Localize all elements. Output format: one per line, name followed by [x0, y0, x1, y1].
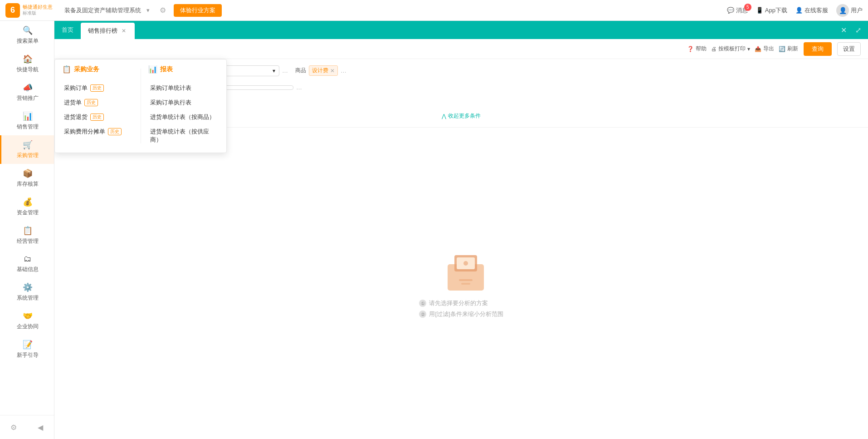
- sidebar-item-sales[interactable]: 📊 销售管理: [0, 107, 54, 135]
- dropdown-item-order-exec[interactable]: 采购订单执行表: [148, 95, 219, 110]
- print-icon: 🖨: [711, 46, 717, 52]
- sidebar-item-label: 库存核算: [17, 180, 39, 188]
- online-service-btn[interactable]: 👤 在线客服: [795, 6, 828, 15]
- sidebar-item-finance[interactable]: 💰 资金管理: [0, 192, 54, 221]
- help-icon: ❓: [687, 46, 694, 52]
- dropdown-item-purchase-order[interactable]: 采购订单 历史: [62, 81, 133, 95]
- dropdown-item-order-stats[interactable]: 采购订单统计表: [148, 81, 219, 95]
- sidebar-item-search[interactable]: 🔍 搜索菜单: [0, 21, 54, 49]
- sys-dropdown-btn[interactable]: ▾: [144, 6, 152, 15]
- export-btn[interactable]: 📤 导出: [755, 45, 774, 53]
- sidebar-item-label: 基础信息: [17, 266, 39, 273]
- logo-sub: 标准版: [23, 10, 53, 16]
- sidebar-item-label: 新手引导: [17, 351, 39, 359]
- marketing-icon: 📣: [23, 83, 33, 93]
- empty-state: ① 请先选择要分析的方案 ② 用[过滤]条件来缩小分析范围: [54, 128, 868, 439]
- item-label: 进货单: [64, 99, 82, 107]
- tab-home[interactable]: 首页: [54, 21, 81, 39]
- system-icon: ⚙️: [23, 282, 33, 292]
- reports-col-icon: 📊: [148, 65, 157, 74]
- app-icon: 📱: [756, 7, 763, 14]
- collapse-icon: ⋀: [442, 113, 446, 119]
- item-badge-0: 历史: [90, 84, 104, 92]
- dropdown-menu: 📋 采购业务 采购订单 历史 进货单 历史 进货退货: [54, 59, 227, 153]
- tab-sales-rank[interactable]: 销售排行榜 ✕: [81, 23, 135, 39]
- sidebar-item-label: 销售管理: [17, 123, 39, 131]
- goods-filter: 商品 设计费 ✕ …: [295, 65, 346, 76]
- export-icon: 📤: [755, 46, 761, 52]
- purchase-icon: 🛒: [23, 140, 33, 150]
- sidebar-item-quick[interactable]: 🏠 快捷导航: [0, 49, 54, 78]
- goods-tag-close[interactable]: ✕: [330, 68, 335, 74]
- collapse-btn[interactable]: ⋀ 收起更多条件: [436, 110, 486, 122]
- item-label: 进货退货: [64, 113, 88, 121]
- refresh-btn[interactable]: 🔄 刷新: [779, 45, 798, 53]
- empty-hint-2: ② 用[过滤]条件来缩小分析范围: [419, 310, 503, 318]
- dropdown-item-expense[interactable]: 采购费用分摊单 历史: [62, 124, 133, 139]
- empty-hints: ① 请先选择要分析的方案 ② 用[过滤]条件来缩小分析范围: [419, 299, 503, 318]
- help-btn[interactable]: ❓ 帮助: [687, 45, 707, 53]
- sidebar-item-marketing[interactable]: 📣 营销推广: [0, 78, 54, 107]
- dropdown-item-receipt[interactable]: 进货单 历史: [62, 95, 133, 110]
- logo-icon: 6: [5, 3, 20, 18]
- item-badge-2: 历史: [90, 113, 104, 121]
- sidebar-item-basic[interactable]: 🗂 基础信息: [0, 250, 54, 278]
- settings-bottom-btn[interactable]: ⚙: [5, 419, 22, 435]
- message-btn[interactable]: 💬 消息 5: [727, 6, 748, 15]
- tab-expand-btn[interactable]: ⤢: [852, 24, 864, 36]
- sidebar-item-inventory[interactable]: 📦 库存核算: [0, 164, 54, 192]
- avatar: 👤: [836, 4, 849, 17]
- hint-dot-1: ①: [419, 300, 426, 307]
- tab-bar: 首页 销售排行榜 ✕ ✕ ⤢: [54, 21, 868, 39]
- sidebar-item-label: 营销推广: [17, 94, 39, 102]
- sidebar-item-enterprise[interactable]: 🤝 企业协同: [0, 306, 54, 335]
- inventory-icon: 📦: [23, 168, 33, 178]
- svg-rect-4: [459, 279, 473, 281]
- page-content: ❓ 帮助 🖨 按模板打印 ▾ 📤 导出 🔄: [54, 39, 868, 439]
- sidebar-item-operations[interactable]: 📋 经营管理: [0, 221, 54, 250]
- operations-icon: 📋: [23, 226, 33, 236]
- sidebar-item-system[interactable]: ⚙️ 系统管理: [0, 278, 54, 306]
- logo-text: 畅捷通好生意: [23, 4, 53, 10]
- tab-close-all-btn[interactable]: ✕: [837, 24, 850, 36]
- dropdown-col-reports-title: 📊 报表: [148, 65, 219, 75]
- dropdown-item-return[interactable]: 进货退货 历史: [62, 110, 133, 124]
- industry-btn[interactable]: 体验行业方案: [174, 4, 222, 17]
- status-chevron: ▾: [273, 68, 275, 74]
- empty-hint-1: ① 请先选择要分析的方案: [419, 299, 503, 307]
- salesman-dots[interactable]: …: [296, 84, 302, 91]
- item-label: 进货单统计表（按供应商）: [150, 128, 218, 144]
- print-btn[interactable]: 🖨 按模板打印 ▾: [711, 45, 750, 53]
- gear-btn[interactable]: ⚙: [156, 4, 169, 17]
- reports-col-title-text: 报表: [160, 65, 173, 74]
- collapse-sidebar-btn[interactable]: ◀: [32, 419, 49, 435]
- sidebar-item-purchase[interactable]: 🛒 采购管理: [0, 135, 54, 164]
- item-label: 进货单统计表（按商品）: [150, 113, 215, 121]
- sidebar-item-guide[interactable]: 📝 新手引导: [0, 335, 54, 364]
- purchase-col-title-text: 采购业务: [74, 65, 99, 74]
- item-badge-3: 历史: [108, 128, 122, 135]
- settings-btn[interactable]: 设置: [837, 42, 861, 56]
- sys-title: 装备及固定资产辅助管理系统 ▾: [64, 6, 152, 15]
- user-btn[interactable]: 👤 用户: [836, 4, 863, 17]
- dropdown-item-receipt-by-goods[interactable]: 进货单统计表（按商品）: [148, 110, 219, 124]
- hint-text-2: 用[过滤]条件来缩小分析范围: [429, 310, 503, 318]
- top-header: 6 畅捷通好生意 标准版 装备及固定资产辅助管理系统 ▾ ⚙ 体验行业方案 💬 …: [0, 0, 868, 21]
- svg-rect-5: [461, 283, 470, 285]
- status-dots[interactable]: …: [282, 67, 288, 74]
- message-badge: 5: [744, 4, 751, 11]
- page-toolbar: ❓ 帮助 🖨 按模板打印 ▾ 📤 导出 🔄: [54, 39, 868, 59]
- main-layout: 🔍 搜索菜单 🏠 快捷导航 📣 营销推广 📊 销售管理 🛒 采购管理 📦 库存核…: [0, 21, 868, 439]
- tab-close-btn[interactable]: ✕: [120, 27, 127, 35]
- dropdown-item-receipt-by-supplier[interactable]: 进货单统计表（按供应商）: [148, 124, 219, 147]
- query-btn[interactable]: 查询: [804, 42, 832, 56]
- tab-bar-right: ✕ ⤢: [837, 24, 868, 36]
- hint-dot-2: ②: [419, 311, 426, 318]
- app-download-btn[interactable]: 📱 App下载: [756, 6, 787, 15]
- svg-point-3: [463, 261, 468, 266]
- home-icon: 🏠: [23, 54, 33, 64]
- goods-dots[interactable]: …: [341, 67, 346, 74]
- goods-label: 商品: [295, 67, 306, 74]
- tab-home-label: 首页: [62, 26, 73, 34]
- refresh-icon: 🔄: [779, 46, 785, 52]
